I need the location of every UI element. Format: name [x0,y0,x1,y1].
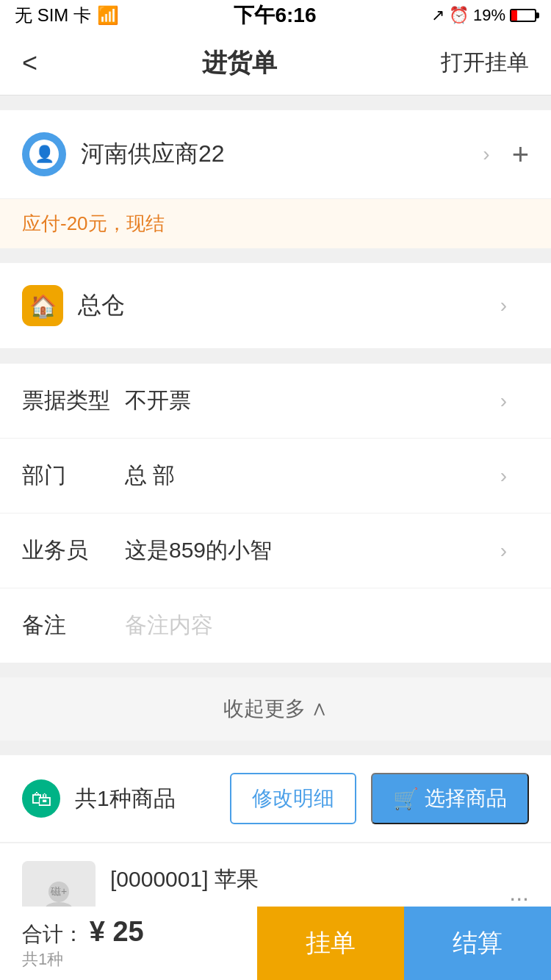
dept-row[interactable]: 部门 总 部 › [0,438,551,513]
carrier-text: 无 SIM 卡 [15,4,91,27]
battery-percent: 19% [473,6,505,25]
edit-detail-button[interactable]: 修改明细 [230,773,356,824]
supplier-section: 👤 河南供应商22 › + 应付-20元，现结 [0,110,551,248]
checkout-button[interactable]: 结算 [404,907,551,980]
supplier-name: 河南供应商22 [81,138,483,170]
total-count: 共1种 [22,948,235,970]
supplier-chevron-icon: › [483,143,489,166]
bag-icon: 🛍 [31,787,51,811]
invoice-row[interactable]: 票据类型 不开票 › [0,363,551,438]
warehouse-row[interactable]: 🏠 总仓 › [0,263,551,348]
warehouse-chevron-icon: › [500,294,507,317]
select-product-button[interactable]: 🛒 选择商品 [371,773,529,824]
supplier-avatar: 👤 [22,132,66,176]
status-right: ↗ ⏰ 19% [431,6,536,25]
total-amount: ¥ 25 [90,916,144,947]
open-hang-button[interactable]: 打开挂单 [441,48,529,78]
total-section: 合计： ¥ 25 共1种 [0,916,257,970]
product-code: [0000001] 苹果 [110,867,259,891]
bottom-bar: 合计： ¥ 25 共1种 挂单 结算 [0,907,551,980]
cart-icon: 🛒 [393,787,419,811]
form-section: 票据类型 不开票 › 部门 总 部 › 业务员 这是859的小智 › 备注 备注… [0,363,551,663]
total-line: 合计： ¥ 25 [22,916,235,948]
sales-chevron-icon: › [500,539,507,563]
sales-label: 业务员 [22,536,125,566]
add-button[interactable]: + [512,138,529,171]
avatar-inner: 👤 [29,140,59,169]
dept-value: 总 部 [125,461,500,491]
remark-input[interactable]: 备注内容 [125,610,529,641]
products-header: 🛍 共1种商品 修改明细 🛒 选择商品 [0,755,551,842]
sales-row[interactable]: 业务员 这是859的小智 › [0,513,551,588]
back-button[interactable]: < [22,48,37,79]
nav-bar: < 进货单 打开挂单 [0,31,551,96]
alarm-icon: ⏰ [449,6,469,25]
remark-row[interactable]: 备注 备注内容 [0,588,551,663]
invoice-label: 票据类型 [22,386,125,416]
remark-label: 备注 [22,610,125,641]
wifi-icon: 📶 [97,5,119,26]
status-left: 无 SIM 卡 📶 [15,4,119,27]
status-time: 下午6:16 [234,1,316,29]
page-title: 进货单 [202,46,277,80]
payment-info: 应付-20元，现结 [0,199,551,248]
status-bar: 无 SIM 卡 📶 下午6:16 ↗ ⏰ 19% [0,0,551,31]
supplier-row[interactable]: 👤 河南供应商22 › + [0,110,551,199]
invoice-chevron-icon: › [500,389,507,413]
products-icon: 🛍 [22,779,60,818]
battery-icon [510,9,536,22]
hang-button[interactable]: 挂单 [257,907,404,980]
total-label: 合计： [22,923,84,945]
collapse-button[interactable]: 收起更多 ∧ [0,677,551,741]
products-count: 共1种商品 [75,784,215,814]
location-icon: ↗ [431,6,444,25]
product-name: [0000001] 苹果 [110,865,494,895]
invoice-value: 不开票 [125,386,500,416]
dept-label: 部门 [22,461,125,491]
warehouse-section: 🏠 总仓 › [0,263,551,348]
dept-chevron-icon: › [500,464,507,488]
sales-value: 这是859的小智 [125,536,500,566]
svg-text:磁+: 磁+ [50,885,67,897]
warehouse-name: 总仓 [78,289,500,322]
warehouse-icon: 🏠 [22,285,63,326]
